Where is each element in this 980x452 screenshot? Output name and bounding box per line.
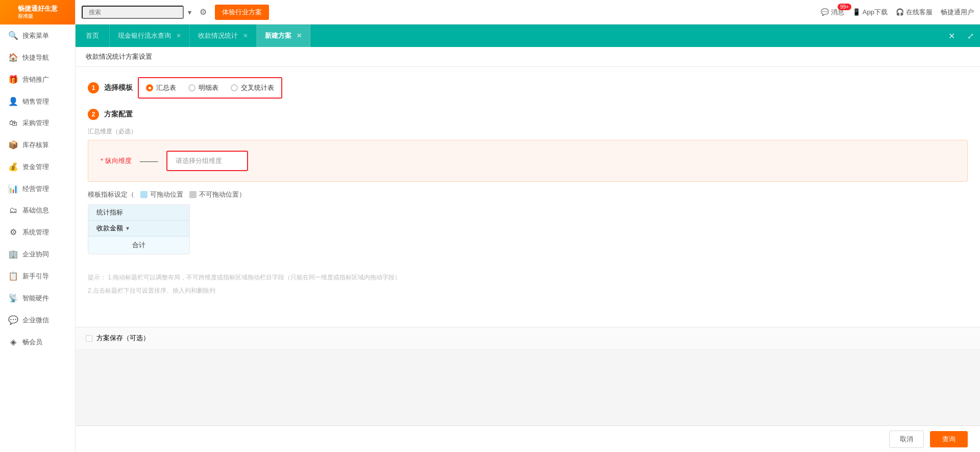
- tab-close-new-plan[interactable]: ✕: [297, 32, 302, 39]
- sidebar-logo: 畅捷通好生意 标准版: [0, 0, 75, 25]
- form-container: 1 选择模板 汇总表 明细表 交叉统计表: [76, 67, 980, 327]
- step1-section: 1 选择模板 汇总表 明细表 交叉统计表: [88, 77, 968, 99]
- tab-label-new-plan: 新建方案: [265, 31, 291, 40]
- legend-draggable-item: 可拖动位置: [140, 190, 183, 199]
- dimension-placeholder: 请选择分组维度: [176, 156, 222, 165]
- sidebar-icon-finance: 💰: [8, 162, 18, 172]
- radio-summary[interactable]: 汇总表: [146, 83, 176, 92]
- sidebar-icon-quick-nav: 🏠: [8, 53, 18, 62]
- query-button[interactable]: 查询: [930, 431, 968, 447]
- tab-close-collection-stat[interactable]: ✕: [243, 32, 248, 39]
- sidebar-item-inventory[interactable]: 📦库存核算: [0, 134, 75, 156]
- tab-close-bank-flow[interactable]: ✕: [176, 32, 181, 39]
- sidebar-label-enterprise: 企业协同: [22, 250, 49, 259]
- sidebar-icon-system: ⚙: [8, 227, 18, 237]
- tab-collection-stat[interactable]: 收款情况统计✕: [190, 25, 257, 47]
- sidebar-item-search-menu[interactable]: 🔍搜索菜单: [0, 25, 75, 46]
- bottom-bar: 取消 查询: [76, 425, 980, 452]
- sidebar-icon-member: ◈: [8, 337, 18, 347]
- metrics-section: 模板指标设定（ 可拖动位置 不可拖动位置）: [88, 190, 968, 256]
- sidebar-label-hardware: 智能硬件: [22, 294, 49, 303]
- sidebar-icon-newbie: 📋: [8, 271, 18, 281]
- legend-draggable-color: [140, 191, 148, 198]
- sidebar-item-hardware[interactable]: 📡智能硬件: [0, 287, 75, 309]
- column-dropdown-icon[interactable]: ▾: [126, 225, 129, 232]
- header-right: 💬 消息 99+ 📱 App下载 🎧 在线客服 畅捷通用户: [821, 8, 974, 17]
- sidebar-label-wechat: 企业微信: [22, 316, 49, 325]
- sidebar-label-newbie: 新手引导: [22, 272, 49, 281]
- sidebar-icon-search-menu: 🔍: [8, 31, 18, 40]
- sidebar-item-enterprise[interactable]: 🏢企业协同: [0, 243, 75, 265]
- main-area: ▾ ⚙ 体验行业方案 💬 消息 99+ 📱 App下载 🎧 在线客服 畅捷通用户: [76, 0, 980, 452]
- sidebar-item-wechat[interactable]: 💬企业微信: [0, 309, 75, 331]
- sidebar-label-marketing: 营销推广: [22, 75, 49, 84]
- legend-fixed-item: 不可拖动位置）: [189, 190, 246, 199]
- sidebar-item-purchase[interactable]: 🛍采购管理: [0, 112, 75, 134]
- tab-bar: 首页现金银行流水查询✕收款情况统计✕新建方案✕ ✕ ⤢: [76, 25, 980, 47]
- sidebar-item-sales[interactable]: 👤销售管理: [0, 90, 75, 112]
- sidebar-item-marketing[interactable]: 🎁营销推广: [0, 68, 75, 90]
- sidebar-nav: 🔍搜索菜单🏠快捷导航🎁营销推广👤销售管理🛍采购管理📦库存核算💰资金管理📊经营管理…: [0, 25, 75, 452]
- close-window-button[interactable]: ✕: [942, 25, 961, 47]
- radio-summary-circle: [146, 84, 153, 91]
- download-icon: 📱: [852, 8, 861, 16]
- radio-detail[interactable]: 明细表: [188, 83, 218, 92]
- sidebar: 畅捷通好生意 标准版 🔍搜索菜单🏠快捷导航🎁营销推广👤销售管理🛍采购管理📦库存核…: [0, 0, 76, 452]
- sidebar-item-basic-info[interactable]: 🗂基础信息: [0, 200, 75, 221]
- tips-section: 提示： 1.拖动标题栏可以调整布局，不可跨维度或指标区域拖动栏目字段（只能在同一…: [88, 266, 968, 304]
- column-header-text: 收款金额: [96, 224, 123, 233]
- sidebar-item-newbie[interactable]: 📋新手引导: [0, 265, 75, 287]
- gear-icon[interactable]: ⚙: [195, 5, 211, 19]
- sidebar-label-operation: 经营管理: [22, 184, 49, 194]
- sidebar-label-sales: 销售管理: [22, 97, 49, 106]
- sidebar-icon-hardware: 📡: [8, 293, 18, 303]
- cancel-button[interactable]: 取消: [889, 431, 924, 448]
- save-label: 方案保存（可选）: [96, 334, 150, 343]
- user-name: 畅捷通用户: [941, 8, 974, 17]
- sidebar-label-finance: 资金管理: [22, 162, 49, 172]
- tab-bank-flow[interactable]: 现金银行流水查询✕: [110, 25, 190, 47]
- tab-home[interactable]: 首页: [76, 25, 110, 47]
- dimension-area: 纵向维度 —— 请选择分组维度: [88, 140, 968, 182]
- dimension-label-text: 汇总维度（必选）: [88, 128, 137, 135]
- message-item[interactable]: 💬 消息 99+: [821, 8, 844, 17]
- dimension-arrow: ——: [140, 156, 158, 166]
- dropdown-icon[interactable]: ▾: [188, 8, 191, 16]
- subtotal-row: 合计: [88, 236, 189, 254]
- vertical-dimension-label: 纵向维度: [101, 156, 132, 165]
- page-content: 收款情况统计方案设置 1 选择模板 汇总表 明细表: [76, 47, 980, 425]
- sidebar-item-finance[interactable]: 💰资金管理: [0, 156, 75, 178]
- sidebar-item-member[interactable]: ◈畅会员: [0, 331, 75, 353]
- sidebar-icon-sales: 👤: [8, 97, 18, 106]
- tab-label-bank-flow: 现金银行流水查询: [118, 31, 171, 40]
- tip2: 2.点击标题栏下拉可设置排序、插入列和删除列: [88, 286, 968, 297]
- legend-fixed-text: 不可拖动位置）: [199, 190, 246, 199]
- sidebar-item-system[interactable]: ⚙系统管理: [0, 221, 75, 243]
- user-name-item[interactable]: 畅捷通用户: [941, 8, 974, 17]
- service-item[interactable]: 🎧 在线客服: [896, 8, 933, 17]
- trial-button[interactable]: 体验行业方案: [215, 5, 269, 20]
- metrics-header-label: 统计指标: [96, 208, 123, 217]
- service-icon: 🎧: [896, 8, 904, 16]
- radio-cross-label: 交叉统计表: [241, 83, 274, 92]
- step1-number: 1: [88, 82, 99, 93]
- tip1: 提示： 1.拖动标题栏可以调整布局，不可跨维度或指标区域拖动栏目字段（只能在同一…: [88, 272, 968, 283]
- template-options: 汇总表 明细表 交叉统计表: [138, 77, 282, 99]
- download-label: App下载: [863, 8, 888, 17]
- dimension-select[interactable]: 请选择分组维度: [166, 151, 248, 171]
- save-checkbox[interactable]: [86, 335, 92, 342]
- sidebar-item-quick-nav[interactable]: 🏠快捷导航: [0, 46, 75, 68]
- sidebar-item-operation[interactable]: 📊经营管理: [0, 178, 75, 200]
- radio-summary-label: 汇总表: [156, 83, 176, 92]
- search-input[interactable]: [82, 6, 184, 19]
- download-item[interactable]: 📱 App下载: [852, 8, 888, 17]
- message-icon: 💬: [821, 8, 829, 16]
- save-option: 方案保存（可选）: [76, 327, 980, 349]
- sidebar-label-basic-info: 基础信息: [22, 206, 49, 215]
- tab-new-plan[interactable]: 新建方案✕: [257, 25, 310, 47]
- maximize-button[interactable]: ⤢: [961, 25, 980, 47]
- legend-fixed-color: [189, 191, 197, 198]
- dimension-section-label: 汇总维度（必选）: [88, 127, 968, 136]
- radio-cross[interactable]: 交叉统计表: [231, 83, 274, 92]
- column-header-row[interactable]: 收款金额 ▾: [88, 221, 189, 236]
